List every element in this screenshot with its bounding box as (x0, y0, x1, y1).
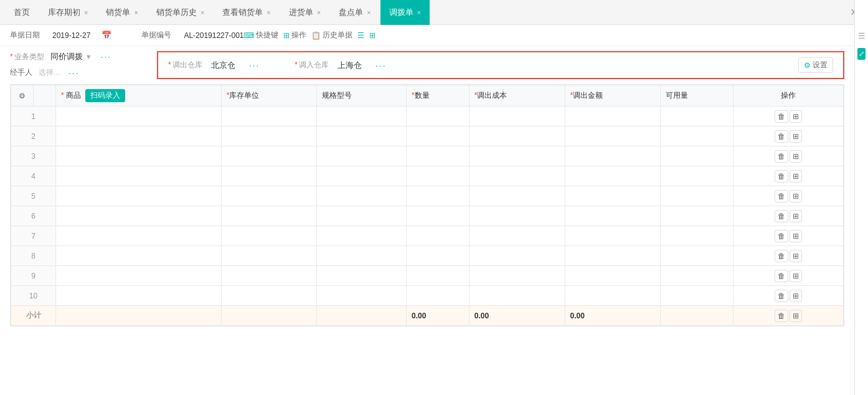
table-header-row: ⚙ * 商品 扫码录入 *库存单位 规格型号 *数量 (11, 85, 844, 107)
col-available: 可用量 (661, 85, 734, 107)
col-settings[interactable]: ⚙ (11, 85, 34, 107)
delete-row-button-5[interactable]: 🗑 (775, 190, 788, 202)
cell-product-9[interactable] (56, 266, 222, 286)
copy-row-button-4[interactable]: ⊞ (790, 170, 802, 183)
row-num-6: 6 (11, 206, 56, 226)
biz-type-field: 业务类型 同价调拨 ▼ ··· (10, 51, 147, 62)
tab-transfer[interactable]: 调拨单× (380, 0, 430, 25)
cell-qty-2 (406, 126, 469, 146)
copy-row-button-8[interactable]: ⊞ (790, 250, 802, 262)
cell-ops-4: 🗑⊞ (734, 166, 844, 186)
tab-sales-history[interactable]: 销货单历史× (148, 0, 214, 25)
delete-row-button-3[interactable]: 🗑 (775, 150, 788, 163)
table-scroll[interactable]: ⚙ * 商品 扫码录入 *库存单位 规格型号 *数量 (10, 84, 844, 326)
cell-available-11 (661, 306, 734, 326)
copy-row-button-3[interactable]: ⊞ (790, 150, 802, 163)
calendar-icon[interactable]: 📅 (101, 31, 111, 40)
delete-row-button-2[interactable]: 🗑 (775, 130, 788, 143)
sidebar-expand-icon[interactable]: ⤢ (857, 48, 866, 60)
tab-close-purchase-order[interactable]: × (317, 9, 321, 16)
warehouse-box: 调出仓库 北京仓 ··· 调入仓库 上海仓 ··· ⚙ 设置 (157, 51, 844, 79)
cell-ops-11: 🗑⊞ (734, 306, 844, 326)
copy-row-button-5[interactable]: ⊞ (790, 190, 802, 202)
cell-product-10[interactable] (56, 286, 222, 306)
tab-close-view-sales[interactable]: × (267, 9, 270, 16)
biz-type-dots[interactable]: ··· (101, 52, 112, 62)
delete-row-button-11[interactable]: 🗑 (775, 310, 788, 322)
copy-row-button-9[interactable]: ⊞ (790, 270, 802, 282)
cell-product-2[interactable] (56, 126, 222, 146)
cell-product-5[interactable] (56, 186, 222, 206)
shortcut-action[interactable]: ⌨ 快捷键 (243, 30, 278, 40)
copy-row-button-7[interactable]: ⊞ (790, 230, 802, 242)
history-action[interactable]: 📋 历史单据 (311, 30, 352, 40)
cell-amount-8 (565, 246, 661, 266)
cell-product-4[interactable] (56, 166, 222, 186)
tab-close-sales-order[interactable]: × (134, 9, 138, 16)
delete-row-button-6[interactable]: 🗑 (775, 210, 788, 222)
delete-row-button-10[interactable]: 🗑 (775, 290, 788, 302)
cell-product-1[interactable] (56, 107, 222, 126)
tab-view-sales[interactable]: 查看销货单× (214, 0, 280, 25)
cell-cost-1 (469, 107, 565, 126)
tab-label-purchase-order: 进货单 (289, 7, 313, 18)
delete-row-button-1[interactable]: 🗑 (775, 110, 788, 123)
operations-action[interactable]: ⊞ 操作 (283, 30, 306, 40)
delete-row-button-4[interactable]: 🗑 (775, 170, 788, 183)
table-row: 5🗑⊞ (11, 186, 844, 206)
cell-product-8[interactable] (56, 246, 222, 266)
tab-label-home: 首页 (14, 7, 30, 18)
cell-product-7[interactable] (56, 226, 222, 246)
copy-row-button-11[interactable]: ⊞ (790, 310, 802, 322)
person-dots[interactable]: ··· (68, 68, 80, 78)
main-content: 单据日期 2019-12-27 📅 单据编号 AL-20191227-001 ⌨… (0, 25, 854, 326)
cell-product-3[interactable] (56, 146, 222, 166)
biz-type-select[interactable]: 同价调拨 ▼ (50, 51, 92, 62)
tab-inventory-check[interactable]: 盘点单× (330, 0, 380, 25)
delete-row-button-8[interactable]: 🗑 (775, 250, 788, 262)
col-ops: 操作 (734, 85, 844, 107)
copy-row-button-10[interactable]: ⊞ (790, 290, 802, 302)
list-view-toggle[interactable]: ☰ (357, 31, 364, 40)
row-num-7: 7 (11, 226, 56, 246)
scan-entry-button[interactable]: 扫码录入 (85, 89, 125, 102)
tab-label-view-sales: 查看销货单 (222, 7, 263, 18)
cell-amount-9 (565, 266, 661, 286)
transfer-out-dots[interactable]: ··· (249, 60, 260, 70)
cell-spec-4 (317, 166, 406, 186)
col-product-label: 商品 (66, 91, 81, 100)
copy-row-button-2[interactable]: ⊞ (790, 130, 802, 143)
tab-purchase-order[interactable]: 进货单× (280, 0, 330, 25)
transfer-out-value: 北京仓 (211, 60, 235, 71)
person-select[interactable]: 选择... (39, 67, 60, 78)
cell-ops-8: 🗑⊞ (734, 246, 844, 266)
settings-button[interactable]: ⚙ 设置 (798, 57, 833, 73)
delete-row-button-7[interactable]: 🗑 (775, 230, 788, 242)
col-product: * 商品 扫码录入 (56, 85, 222, 107)
copy-row-button-6[interactable]: ⊞ (790, 210, 802, 222)
copy-row-button-1[interactable]: ⊞ (790, 110, 802, 123)
tab-close-sales-history[interactable]: × (200, 9, 204, 16)
tab-home[interactable]: 首页 (5, 0, 39, 25)
cell-product-11 (56, 306, 222, 326)
tab-close-inventory-init[interactable]: × (84, 9, 88, 16)
row-num-11: 小计 (11, 306, 56, 326)
cell-qty-9 (406, 266, 469, 286)
transfer-in-field: 调入仓库 上海仓 ··· (295, 60, 386, 71)
delete-row-button-9[interactable]: 🗑 (775, 270, 788, 282)
tab-inventory-init[interactable]: 库存期初× (39, 0, 97, 25)
person-field: 经手人 选择... ··· (10, 67, 147, 78)
tab-label-transfer: 调拨单 (389, 7, 413, 18)
tab-sales-order[interactable]: 销货单× (97, 0, 147, 25)
grid-view-toggle[interactable]: ⊞ (369, 31, 375, 40)
cell-qty-10 (406, 286, 469, 306)
biz-type-label: 业务类型 (10, 52, 44, 62)
cell-cost-2 (469, 126, 565, 146)
sidebar-list-icon[interactable]: ☰ (858, 31, 866, 40)
tab-close-inventory-check[interactable]: × (367, 9, 370, 16)
cell-product-6[interactable] (56, 206, 222, 226)
cell-ops-9: 🗑⊞ (734, 266, 844, 286)
tab-close-transfer[interactable]: × (417, 9, 421, 16)
transfer-in-dots[interactable]: ··· (375, 60, 387, 70)
operations-label: 操作 (291, 30, 306, 40)
